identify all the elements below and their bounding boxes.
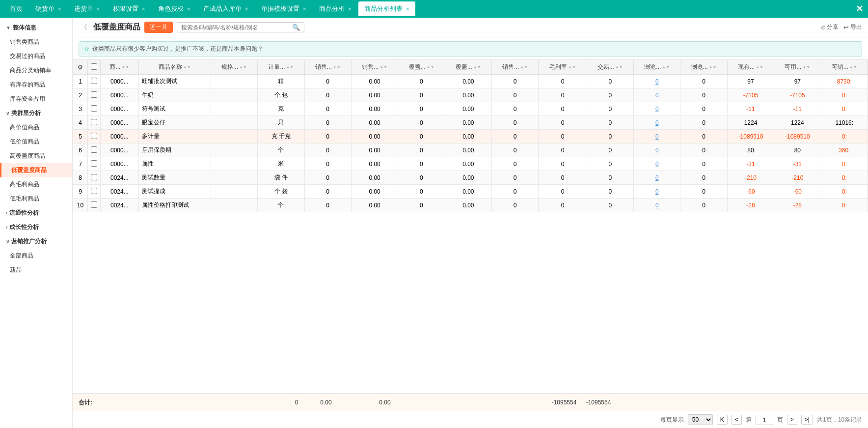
sidebar-section-marketing[interactable]: ∨ 营销推广分析	[0, 234, 72, 249]
nav-tab-purchase-label: 进货单	[74, 4, 93, 13]
period-button-month[interactable]: 近一月	[144, 22, 173, 33]
td-gross-rate: 0	[539, 130, 587, 143]
td-checkbox[interactable]	[88, 157, 101, 171]
first-page-button[interactable]: K	[717, 415, 728, 425]
gear-icon[interactable]: ⚙	[78, 64, 83, 71]
th-sales-amt[interactable]: 销售...▲▼	[351, 60, 398, 75]
table-container[interactable]: ⚙ 商...▲▼ 商品名称▲▼ 规格...▲▼	[73, 59, 868, 393]
td-checkbox[interactable]	[88, 199, 101, 212]
td-sellable: 0:	[821, 185, 868, 199]
td-checkbox[interactable]	[88, 185, 101, 199]
td-browse1[interactable]: 0	[634, 157, 680, 171]
th-sales-qty[interactable]: 销售...▲▼	[304, 60, 351, 75]
th-spec[interactable]: 规格...▲▼	[211, 60, 257, 75]
close-all-tabs-button[interactable]: ✕	[856, 3, 863, 14]
td-checkbox[interactable]	[88, 116, 101, 130]
sidebar-item-low-value[interactable]: 低价值商品	[0, 135, 72, 149]
sidebar-section-overall[interactable]: ▼ 整体信息	[0, 21, 72, 35]
nav-tab-analysis-list-close[interactable]: ✕	[406, 6, 409, 12]
th-gross-rate[interactable]: 毛利率▲▼	[539, 60, 587, 75]
nav-tab-sales[interactable]: 销货单 ✕	[29, 1, 67, 16]
nav-tab-analysis[interactable]: 商品分析 ✕	[313, 1, 357, 16]
td-browse1[interactable]: 0	[634, 143, 680, 157]
nav-tab-analysis-close[interactable]: ✕	[348, 6, 352, 12]
td-available-qty: 97	[774, 75, 821, 88]
export-button[interactable]: ↩ 导出	[843, 23, 862, 31]
nav-tab-analysis-list[interactable]: 商品分析列表 ✕	[358, 1, 415, 16]
td-sales-amt: 0.00	[351, 75, 398, 88]
th-name[interactable]: 商品名称▲▼	[138, 60, 211, 75]
share-button[interactable]: ⎋ 分享	[821, 23, 839, 31]
td-name: 测试提成	[138, 185, 211, 199]
th-browse1[interactable]: 浏览...▲▼	[634, 60, 680, 75]
nav-tab-home[interactable]: 首页	[4, 1, 28, 16]
td-browse1[interactable]: 0	[634, 185, 680, 199]
th-sales3[interactable]: 销售...▲▼	[492, 60, 539, 75]
nav-tab-purchase[interactable]: 进货单 ✕	[68, 1, 106, 16]
td-checkbox[interactable]	[88, 75, 101, 88]
sidebar-section-growth[interactable]: › 成长性分析	[0, 220, 72, 234]
td-transaction: 0	[587, 102, 633, 116]
sidebar-item-category-rate[interactable]: 商品分类动销率	[0, 63, 72, 78]
td-browse1[interactable]: 0	[634, 88, 680, 102]
td-browse1[interactable]: 0	[634, 199, 680, 212]
page-size-select[interactable]: 50 100 200	[688, 414, 713, 425]
td-checkbox[interactable]	[88, 130, 101, 143]
th-cover1[interactable]: 覆盖...▲▼	[398, 60, 445, 75]
nav-tab-templates-close[interactable]: ✕	[302, 6, 306, 12]
th-sellable[interactable]: 可销...▲▼	[821, 60, 868, 75]
nav-tab-warehousing[interactable]: 产成品入库单 ✕	[197, 1, 254, 16]
th-browse2[interactable]: 浏览...▲▼	[680, 60, 727, 75]
sidebar-item-new-goods[interactable]: 新品	[0, 263, 72, 277]
sidebar-item-low-coverage[interactable]: 低覆盖度商品	[0, 163, 72, 177]
sidebar-section-flow[interactable]: › 流通性分析	[0, 206, 72, 220]
td-checkbox[interactable]	[88, 171, 101, 185]
td-browse1[interactable]: 0	[634, 102, 680, 116]
footer-total-label: 合计:	[79, 399, 118, 407]
th-code[interactable]: 商...▲▼	[101, 60, 139, 75]
td-sellable: 360:	[821, 143, 868, 157]
search-icon[interactable]: 🔍	[292, 24, 300, 31]
td-browse1[interactable]: 0	[634, 130, 680, 143]
nav-tab-warehousing-close[interactable]: ✕	[244, 6, 248, 12]
sidebar-item-traded-goods[interactable]: 交易过的商品	[0, 49, 72, 63]
sidebar-collapse-button[interactable]: 《	[79, 22, 89, 33]
sidebar-item-high-coverage[interactable]: 高覆盖度商品	[0, 149, 72, 163]
nav-tab-roles[interactable]: 角色授权 ✕	[152, 1, 196, 16]
prev-page-button[interactable]: <	[732, 415, 742, 425]
td-browse2: 0	[680, 88, 727, 102]
sidebar-item-all-goods[interactable]: 全部商品	[0, 249, 72, 263]
sidebar-section-cluster[interactable]: ∨ 类群里分析	[0, 106, 72, 120]
th-available-qty[interactable]: 可用...▲▼	[774, 60, 821, 75]
th-transaction[interactable]: 交易...▲▼	[587, 60, 633, 75]
sidebar-item-high-margin[interactable]: 高毛利商品	[0, 177, 72, 192]
nav-tab-roles-close[interactable]: ✕	[187, 6, 190, 12]
page-number-input[interactable]	[756, 415, 773, 425]
td-checkbox[interactable]	[88, 88, 101, 102]
select-all-checkbox[interactable]	[91, 63, 97, 70]
last-page-button[interactable]: >|	[801, 415, 813, 425]
sidebar-item-capital[interactable]: 库存资金占用	[0, 92, 72, 106]
td-browse1[interactable]: 0	[634, 171, 680, 185]
nav-tab-permissions-close[interactable]: ✕	[141, 6, 145, 12]
sidebar-item-sales-goods[interactable]: 销售类商品	[0, 35, 72, 49]
sidebar-item-high-value[interactable]: 高价值商品	[0, 120, 72, 135]
th-checkbox[interactable]	[88, 60, 101, 75]
nav-tab-templates[interactable]: 单据模板设置 ✕	[255, 1, 312, 16]
search-input[interactable]	[181, 24, 290, 31]
next-page-button[interactable]: >	[787, 415, 797, 425]
td-checkbox[interactable]	[88, 102, 101, 116]
td-browse1[interactable]: 0	[634, 116, 680, 130]
td-sales-qty: 0	[304, 185, 351, 199]
nav-tab-permissions[interactable]: 权限设置 ✕	[107, 1, 151, 16]
nav-tab-purchase-close[interactable]: ✕	[96, 6, 100, 12]
sidebar-item-in-stock[interactable]: 有库存的商品	[0, 78, 72, 92]
th-cover2[interactable]: 覆盖...▲▼	[445, 60, 491, 75]
td-checkbox[interactable]	[88, 143, 101, 157]
th-current-qty[interactable]: 现有...▲▼	[727, 60, 774, 75]
nav-tab-sales-close[interactable]: ✕	[57, 6, 61, 12]
th-unit[interactable]: 计量...▲▼	[258, 60, 304, 75]
sidebar-item-low-margin[interactable]: 低毛利商品	[0, 192, 72, 206]
td-browse1[interactable]: 0	[634, 75, 680, 88]
th-gear[interactable]: ⚙	[73, 60, 88, 75]
